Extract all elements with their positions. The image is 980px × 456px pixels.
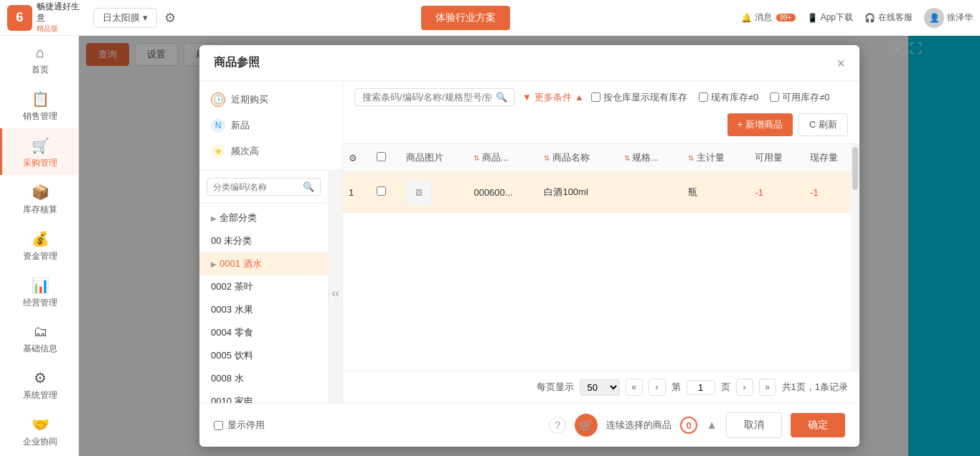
sidebar-item-home[interactable]: ⌂ 首页 [0, 36, 78, 82]
row-spec [618, 172, 683, 213]
quick-item-new[interactable]: N 新品 [199, 113, 342, 138]
modal-title: 商品参照 [214, 55, 260, 70]
product-thumbnail: 🖼 [406, 179, 432, 205]
management-icon: 📊 [32, 277, 50, 294]
cat-arrow-all: ▶ [211, 214, 217, 222]
last-page-button[interactable]: » [759, 379, 776, 396]
sidebar-item-sales[interactable]: 📋 销售管理 [0, 82, 78, 128]
checkbox-warehouse[interactable]: 按仓库显示现有库存 [591, 91, 687, 104]
logo-name: 畅捷通好生意 [37, 1, 86, 24]
cat-all-label: 全部分类 [220, 212, 257, 224]
search-icon: 🔍 [303, 181, 314, 192]
show-disabled-input[interactable] [214, 421, 223, 430]
cat-appliance[interactable]: 0010 家电 [199, 390, 328, 403]
confirm-button[interactable]: 确定 [791, 413, 845, 437]
table-row[interactable]: 1 🖼 000600... 白酒100ml [343, 172, 859, 213]
sidebar-item-purchase[interactable]: 🛒 采购管理 [0, 128, 78, 175]
notification-badge: 99+ [776, 14, 796, 22]
product-table-area: ⚙ 商品图片 [343, 144, 859, 371]
prev-page-button[interactable]: ‹ [649, 379, 666, 396]
add-product-button[interactable]: + 新增商品 [727, 113, 793, 136]
sidebar-item-basic[interactable]: 🗂 基础信息 [0, 315, 78, 361]
app-download-item[interactable]: 📱 App下载 [807, 11, 853, 24]
modal-close-button[interactable]: × [837, 56, 845, 70]
nav-right: 🔔 消息 99+ 📱 App下载 🎧 在线客服 👤 徐泽华 [741, 8, 973, 28]
checkbox-stock-nonzero[interactable]: 现有库存≠0 [699, 91, 758, 104]
sidebar-item-management-label: 经营管理 [23, 297, 57, 309]
notification-item[interactable]: 🔔 消息 99+ [741, 11, 796, 24]
cat-water[interactable]: 0008 水 [199, 367, 328, 390]
sidebar-item-system[interactable]: ⚙ 系统管理 [0, 361, 78, 407]
help-icon[interactable]: ? [549, 417, 566, 434]
cat-liquor[interactable]: ▶ 0001 酒水 [199, 252, 328, 275]
collapse-button[interactable]: ‹‹ [328, 171, 342, 403]
modal-header: 商品参照 × [199, 45, 859, 81]
top-nav: 6 畅捷通好生意 精品版 日太阳膜 ▾ ⚙ 体验行业方案 🔔 消息 99+ 📱 … [0, 0, 980, 36]
filter-icon: ▼ [522, 92, 532, 103]
cat-tea[interactable]: 0002 茶叶 [199, 275, 328, 298]
headset-icon: 🎧 [864, 13, 875, 23]
online-service-item[interactable]: 🎧 在线客服 [864, 11, 913, 24]
checkbox-warehouse-input[interactable] [591, 92, 600, 102]
sidebar-item-home-label: 首页 [32, 64, 49, 76]
cat-all[interactable]: ▶ 全部分类 [199, 206, 328, 229]
main-layout: ⌂ 首页 📋 销售管理 🛒 采购管理 📦 库存核算 💰 资金管理 📊 经营管理 … [0, 36, 980, 456]
row-select-checkbox[interactable] [377, 186, 386, 196]
cat-snack[interactable]: 0004 零食 [199, 321, 328, 344]
next-page-button[interactable]: › [736, 379, 753, 396]
logo-area: 6 畅捷通好生意 精品版 [7, 1, 86, 34]
sidebar-item-basic-label: 基础信息 [23, 343, 57, 355]
tenant-name: 日太阳膜 [103, 11, 140, 24]
row-unit: 瓶 [682, 172, 749, 213]
collapse-cart-icon[interactable]: ▲ [706, 419, 717, 432]
col-unit-header[interactable]: ⇅ 主计量 [682, 144, 749, 172]
sort-code-icon: ⇅ [473, 154, 479, 162]
sidebar-item-inventory[interactable]: 📦 库存核算 [0, 175, 78, 222]
row-index: 1 [343, 172, 371, 213]
cancel-button[interactable]: 取消 [726, 412, 782, 438]
filter-button[interactable]: ▼ 更多条件 ▲ [522, 91, 584, 104]
col-name-header[interactable]: ⇅ 商品名称 [538, 144, 618, 172]
quick-frequent-label: 频次高 [231, 145, 259, 158]
phone-icon: 📱 [807, 13, 818, 23]
table-scrollbar[interactable] [851, 144, 859, 371]
page-number-input[interactable] [687, 380, 715, 395]
basic-icon: 🗂 [33, 323, 47, 340]
chevron-up-icon: ▲ [575, 92, 584, 103]
sidebar-item-collab[interactable]: 🤝 企业协同 [0, 407, 78, 454]
cat-fruit[interactable]: 0003 水果 [199, 298, 328, 321]
checkbox-stock-nonzero-input[interactable] [699, 92, 708, 102]
recent-icon: 🕒 [211, 92, 225, 107]
row-code: 000600... [468, 172, 538, 213]
sidebar-item-management[interactable]: 📊 经营管理 [0, 268, 78, 315]
page-size-select[interactable]: 50 100 [580, 379, 620, 396]
quick-item-recent[interactable]: 🕒 近期购买 [199, 87, 342, 113]
checkbox-available-nonzero-input[interactable] [770, 92, 779, 102]
settings-icon[interactable]: ⚙ [164, 10, 176, 26]
col-settings-icon[interactable]: ⚙ [349, 153, 357, 163]
checkbox-available-nonzero[interactable]: 可用库存≠0 [770, 91, 829, 104]
select-all-checkbox[interactable] [377, 152, 386, 161]
user-item[interactable]: 👤 徐泽华 [924, 8, 973, 28]
finance-icon: 💰 [32, 230, 50, 247]
sidebar-item-system-label: 系统管理 [23, 389, 57, 402]
first-page-button[interactable]: « [626, 379, 643, 396]
refresh-products-button[interactable]: C 刷新 [798, 113, 848, 136]
pagination-bar: 每页显示 50 100 « ‹ 第 页 › » 共 [343, 371, 859, 403]
show-disabled-checkbox[interactable]: 显示停用 [214, 419, 265, 432]
category-search-input[interactable] [213, 182, 298, 192]
tenant-dropdown[interactable]: 日太阳膜 ▾ [93, 8, 157, 28]
cart-icon[interactable]: 🛒 [575, 414, 598, 437]
sidebar-item-finance[interactable]: 💰 资金管理 [0, 222, 78, 268]
quick-item-frequent[interactable]: ★ 频次高 [199, 138, 342, 164]
trial-button[interactable]: 体验行业方案 [421, 6, 510, 30]
notification-label: 消息 [755, 11, 772, 24]
cat-beverage[interactable]: 0005 饮料 [199, 344, 328, 367]
cat-unclassified[interactable]: 00 未分类 [199, 229, 328, 252]
col-spec-header[interactable]: ⇅ 规格... [618, 144, 683, 172]
app-download-label: App下载 [821, 11, 853, 24]
col-available-header: 可用量 [749, 144, 804, 172]
collab-icon: 🤝 [32, 416, 50, 433]
col-code-header[interactable]: ⇅ 商品... [468, 144, 538, 172]
product-search-input[interactable] [362, 92, 491, 103]
